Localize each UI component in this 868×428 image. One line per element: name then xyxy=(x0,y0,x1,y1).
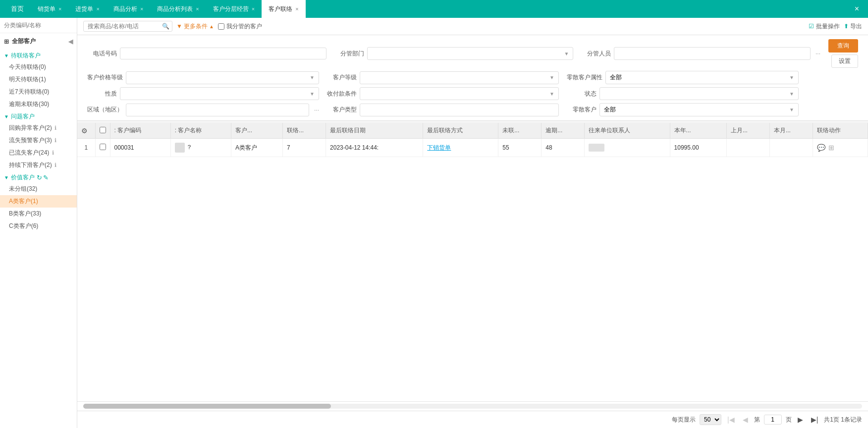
toolbar-right: ☑ 批量操作 ⬆ 导出 xyxy=(809,22,862,31)
person-select[interactable] xyxy=(614,47,811,60)
sidebar-item-class-b[interactable]: B类客户(33) xyxy=(0,208,77,220)
sidebar-group-value[interactable]: ▼ 价值客户 ↻ ✎ xyxy=(0,171,77,183)
sidebar-item-7days[interactable]: 近7天待联络(0) xyxy=(0,86,77,98)
refresh-icon-value[interactable]: ↻ xyxy=(37,174,42,181)
sidebar-item-today[interactable]: 今天待联络(0) xyxy=(0,61,77,73)
sidebar-item-repurchase-abnormal[interactable]: 回购异常客户(2) ℹ xyxy=(0,122,77,134)
nav-close-contact[interactable]: × xyxy=(295,6,298,12)
filter-row-1: 电话号码 分管部门 ▼ 分管人员 ··· 查询 设置 xyxy=(83,39,862,68)
customer-type-select[interactable] xyxy=(360,104,559,116)
page-input[interactable] xyxy=(764,415,782,425)
status-select[interactable]: ▼ xyxy=(599,87,799,100)
row-contact-count: 7 xyxy=(283,139,326,157)
filter-row-2: 客户价格等级 ▼ 客户等级 ▼ 零散客户属性 全部 ▼ xyxy=(83,71,862,84)
col-name: : 客户名称 xyxy=(170,123,231,139)
customer-level-arrow: ▼ xyxy=(549,75,554,80)
retail-attr-label: 零散客户属性 xyxy=(567,73,602,82)
row-checkbox[interactable] xyxy=(100,144,106,150)
dept-select[interactable]: ▼ xyxy=(367,47,574,60)
select-all-checkbox[interactable] xyxy=(100,127,106,133)
scroll-thumb[interactable] xyxy=(83,404,331,409)
page-suffix: 页 xyxy=(786,416,792,424)
toolbar: 🔍 ▼ 更多条件 ▲ 我分管的客户 ☑ 批量操作 ⬆ 导出 xyxy=(77,18,868,35)
last-page-btn[interactable]: ▶| xyxy=(809,416,820,424)
next-page-btn[interactable]: ▶ xyxy=(796,416,805,424)
table-settings-icon[interactable]: ⚙ xyxy=(81,127,88,135)
grid-action-icon[interactable]: ⊞ xyxy=(828,144,834,152)
my-customer-checkbox[interactable] xyxy=(218,23,224,30)
person-dots[interactable]: ··· xyxy=(815,50,820,57)
nav-product-analysis-list[interactable]: 商品分析列表 × xyxy=(150,0,206,18)
table-header-row: ⚙ : 客户编码 : 客户名称 客户... xyxy=(77,123,868,139)
search-input[interactable] xyxy=(88,23,162,30)
nav-close-purchase[interactable]: × xyxy=(96,6,99,12)
filter-price-level: 客户价格等级 ▼ xyxy=(83,71,323,84)
nav-close-product-analysis[interactable]: × xyxy=(140,6,143,12)
col-this-month: 本月... xyxy=(769,123,813,139)
sidebar-item-unclassified[interactable]: 未分组(32) xyxy=(0,183,77,195)
sidebar-search-input[interactable] xyxy=(4,22,77,29)
nav-customer-contact[interactable]: 客户联络 × xyxy=(262,0,305,18)
per-page-select[interactable]: 50 xyxy=(700,414,721,425)
prev-page-btn[interactable]: ◀ xyxy=(741,416,750,424)
export-btn[interactable]: ⬆ 导出 xyxy=(844,22,862,31)
price-level-label: 客户价格等级 xyxy=(87,73,123,82)
filter-person: 分管人员 ··· xyxy=(577,47,824,60)
total-label: 共1页 1条记录 xyxy=(824,416,862,424)
retail-attr-arrow: ▼ xyxy=(789,75,794,80)
sidebar-item-tomorrow[interactable]: 明天待联络(1) xyxy=(0,73,77,86)
first-page-btn[interactable]: |◀ xyxy=(725,416,737,424)
nav-close-product-list[interactable]: × xyxy=(196,6,199,12)
top-nav: 首页 销货单 × 进货单 × 商品分析 × 商品分析列表 × 客户分层经营 × … xyxy=(0,0,868,18)
settings-button[interactable]: 设置 xyxy=(831,54,858,68)
row-name: ？ xyxy=(170,139,231,157)
row-last-contact-date: 2023-04-12 14:44: xyxy=(326,139,423,157)
customer-table: ⚙ : 客户编码 : 客户名称 客户... xyxy=(77,123,868,157)
contact-method-link[interactable]: 下销货单 xyxy=(427,144,451,151)
nav-close-sales[interactable]: × xyxy=(58,6,61,12)
batch-op-btn[interactable]: ☑ 批量操作 xyxy=(809,22,839,31)
sidebar-item-class-c[interactable]: C类客户(6) xyxy=(0,220,77,232)
sidebar-item-churned[interactable]: 已流失客户(24) ℹ xyxy=(0,147,77,159)
query-button[interactable]: 查询 xyxy=(828,39,858,53)
nav-close-tier[interactable]: × xyxy=(252,6,255,12)
scroll-bar-area xyxy=(77,401,868,411)
payment-select[interactable]: ▼ xyxy=(360,87,559,100)
sidebar-group-problem[interactable]: ▼ 问题客户 xyxy=(0,110,77,122)
phone-input[interactable] xyxy=(120,48,326,59)
status-arrow: ▼ xyxy=(789,91,794,97)
nav-customer-tier[interactable]: 客户分层经营 × xyxy=(206,0,262,18)
col-partner-contact: 往来单位联系人 xyxy=(585,123,670,139)
nav-product-analysis[interactable]: 商品分析 × xyxy=(107,0,150,18)
sidebar-item-overdue-contact[interactable]: 逾期未联络(30) xyxy=(0,98,77,110)
sidebar-item-churn-warning[interactable]: 流失预警客户(3) ℹ xyxy=(0,134,77,147)
message-action-icon[interactable]: 💬 xyxy=(817,144,825,152)
nav-close-all[interactable]: × xyxy=(850,4,864,13)
edit-icon-value[interactable]: ✎ xyxy=(43,174,49,181)
filter-row-4: 区域（地区） ··· 客户类型 零散客户 全部 ▼ xyxy=(83,103,862,116)
col-last-month: 上月... xyxy=(726,123,769,139)
toolbar-search-icon[interactable]: 🔍 xyxy=(162,23,169,30)
region-select[interactable] xyxy=(126,104,309,116)
filter-more-btn[interactable]: ▼ 更多条件 ▲ xyxy=(176,22,214,31)
nav-sales-order[interactable]: 销货单 × xyxy=(31,0,68,18)
nav-home[interactable]: 首页 xyxy=(4,0,31,18)
customer-level-select[interactable]: ▼ xyxy=(360,71,559,84)
sidebar-item-declining[interactable]: 持续下滑客户(2) ℹ xyxy=(0,159,77,171)
region-dots[interactable]: ··· xyxy=(314,107,319,113)
nav-purchase-order[interactable]: 进货单 × xyxy=(68,0,106,18)
filter-retail-attr: 零散客户属性 全部 ▼ xyxy=(563,71,803,84)
sidebar-collapse-btn[interactable]: ◀ xyxy=(68,38,73,45)
per-page-label: 每页显示 xyxy=(672,416,696,424)
toolbar-search-box: 🔍 xyxy=(83,21,172,32)
nature-select[interactable]: ▼ xyxy=(120,87,319,100)
dept-label: 分管部门 xyxy=(334,50,364,58)
my-customer-check[interactable]: 我分管的客户 xyxy=(218,22,262,31)
price-level-select[interactable]: ▼ xyxy=(126,71,319,84)
arrow-problem: ▼ xyxy=(4,114,9,119)
sidebar-item-class-a[interactable]: A类客户(1) xyxy=(0,195,77,208)
retail-attr-select[interactable]: 全部 ▼ xyxy=(605,71,799,84)
sidebar-group-pending[interactable]: ▼ 待联络客户 xyxy=(0,50,77,61)
status-label: 状态 xyxy=(567,90,597,98)
retail-customer-select[interactable]: 全部 ▼ xyxy=(599,103,799,116)
